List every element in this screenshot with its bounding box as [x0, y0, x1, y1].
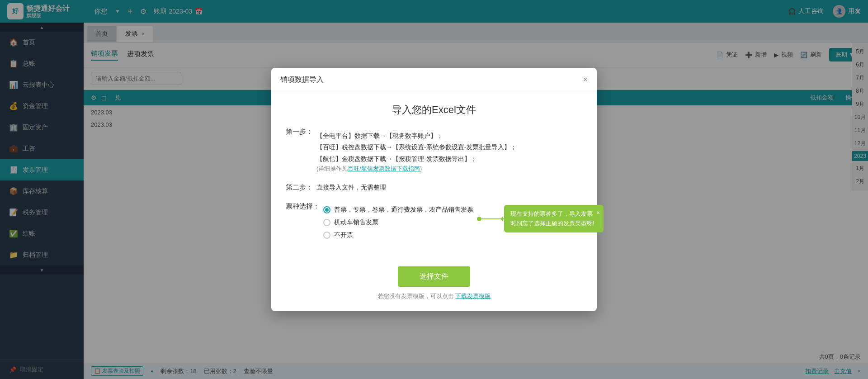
step1-section: 第一步： 【全电平台】数据下载→【税务数字账户】； 【百旺】税控盘数据下载→【系… [286, 128, 582, 173]
radio-normal[interactable]: 普票，专票，卷票，通行费发票，农产品销售发票 [323, 206, 473, 214]
step1-note: (详细操作见百旺/航信发票数据下载指南) [316, 165, 517, 173]
modal-main-title: 导入您的Excel文件 [286, 103, 582, 117]
radio-group: 普票，专票，卷票，通行费发票，农产品销售发票 机动车销售发票 [323, 206, 473, 239]
radio-normal-circle [323, 206, 330, 213]
step1-note-prefix: (详细操作见 [316, 165, 348, 172]
tooltip-box: × 现在支持的票种多了，导入发票时别忘了选择正确的发票类型呀! [504, 205, 604, 233]
radio-no-invoice-label: 不开票 [334, 231, 353, 239]
modal-footer: 选择文件 若您没有发票模版，可以点击 下载发票模版 [271, 259, 597, 311]
radio-normal-label: 普票，专票，卷票，通行费发票，农产品销售发票 [334, 206, 473, 214]
tooltip-text: 现在支持的票种多了，导入发票时别忘了选择正确的发票类型呀! [510, 210, 594, 227]
radio-motor-circle [323, 219, 330, 226]
step2-text: 直接导入文件，无需整理 [316, 182, 386, 193]
step2-label: 第二步： [286, 183, 313, 192]
ticket-section: 票种选择： 普票，专票，卷票，通行费发票，农产品销售发票 [286, 202, 582, 239]
step1-line-2: 【百旺】税控盘数据下载→【系统设置-系统参数设置-发票批量导入】； [316, 142, 517, 153]
radio-normal-dot [325, 208, 329, 212]
modal-title: 销项数据导入 [280, 75, 324, 85]
step1-line-1: 【全电平台】数据下载→【税务数字账户】； [316, 130, 517, 142]
import-modal: 销项数据导入 × 导入您的Excel文件 第一步： 【全电平台】数据下载→【税务… [271, 68, 597, 311]
hint-text-prefix: 若您没有发票模版，可以点击 [377, 293, 454, 299]
radio-no-invoice-circle [323, 232, 330, 239]
tooltip-area: × 现在支持的票种多了，导入发票时别忘了选择正确的发票类型呀! [477, 205, 604, 233]
modal-header: 销项数据导入 × [271, 68, 597, 92]
tooltip-dot [477, 217, 481, 221]
radio-no-invoice[interactable]: 不开票 [323, 231, 473, 239]
step1-note-suffix: ) [420, 165, 422, 172]
select-file-button[interactable]: 选择文件 [398, 266, 470, 287]
download-template-link[interactable]: 下载发票模版 [455, 293, 491, 299]
step1-guide-link[interactable]: 百旺/航信发票数据下载指南 [348, 165, 420, 172]
radio-motor-wrap: 机动车销售发票 × 现在支持的票种多了，导入发票时别忘了选择正确的发票类型呀! [323, 218, 473, 227]
step1-line-3: 【航信】金税盘数据下载→【报税管理-发票数据导出】； [316, 153, 517, 165]
modal-close-button[interactable]: × [583, 75, 588, 85]
modal-body: 导入您的Excel文件 第一步： 【全电平台】数据下载→【税务数字账户】； 【百… [271, 92, 597, 259]
step2-section: 第二步： 直接导入文件，无需整理 [286, 182, 582, 193]
radio-motor-label: 机动车销售发票 [334, 218, 378, 227]
radio-motor[interactable]: 机动车销售发票 [323, 218, 473, 227]
modal-hint: 若您没有发票模版，可以点击 下载发票模版 [377, 292, 491, 300]
tooltip-close-button[interactable]: × [596, 208, 600, 218]
ticket-label: 票种选择： [286, 202, 320, 211]
modal-overlay: 销项数据导入 × 导入您的Excel文件 第一步： 【全电平台】数据下载→【税务… [0, 0, 868, 379]
step1-label: 第一步： [286, 128, 313, 136]
